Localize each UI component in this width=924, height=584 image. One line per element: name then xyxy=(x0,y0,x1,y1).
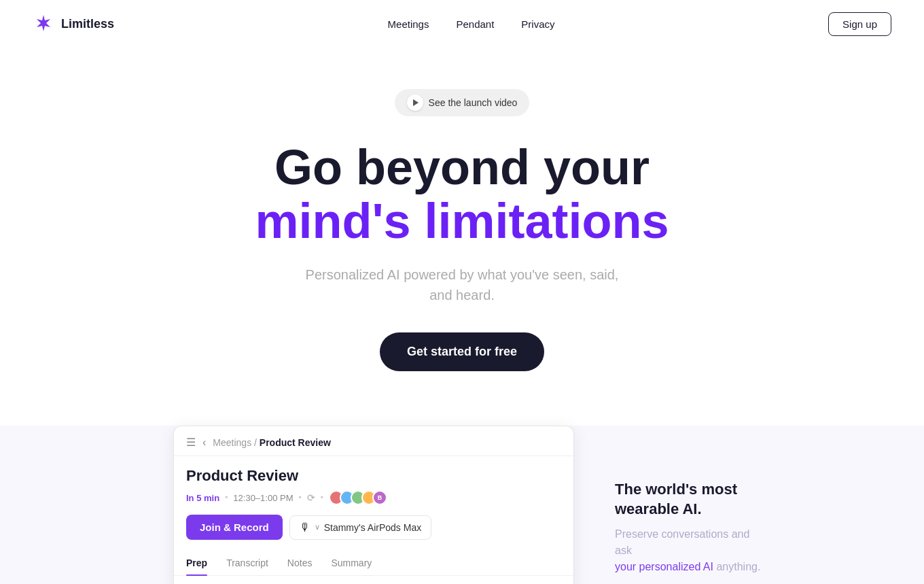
signup-button[interactable]: Sign up xyxy=(828,12,891,36)
play-icon xyxy=(407,95,423,111)
nav-link-privacy[interactable]: Privacy xyxy=(521,18,554,30)
app-window: ☰ ‹ Meetings / Product Review Product Re… xyxy=(173,426,574,584)
meta-dot-2: • xyxy=(299,493,302,502)
app-actions: Join & Record 🎙 ∨ Stammy's AirPods Max xyxy=(174,515,573,551)
time-range: 12:30–1:00 PM xyxy=(233,493,293,503)
hero-title-line1: Go beyond your xyxy=(255,141,669,194)
breadcrumb-base: Meetings / xyxy=(213,437,257,448)
meeting-meta: In 5 min • 12:30–1:00 PM • ⟳ • B xyxy=(174,490,573,515)
side-text-sub-end: anything. xyxy=(716,561,760,572)
avatar-group: B xyxy=(329,490,387,505)
logo-link[interactable]: Limitless xyxy=(33,14,114,35)
hero-subtitle: Personalized AI powered by what you've s… xyxy=(299,264,625,305)
breadcrumb: Meetings / Product Review xyxy=(213,437,331,448)
preview-text: The world's most wearable AI. Preserve c… xyxy=(574,426,805,584)
hero-section: See the launch video Go beyond your mind… xyxy=(0,48,924,426)
tab-summary[interactable]: Summary xyxy=(331,551,372,575)
hamburger-icon[interactable]: ☰ xyxy=(186,436,196,449)
cta-button[interactable]: Get started for free xyxy=(380,332,544,371)
hero-title: Go beyond your mind's limitations xyxy=(255,141,669,248)
launch-video-label: See the launch video xyxy=(429,97,518,108)
app-tabs: Prep Transcript Notes Summary xyxy=(174,551,573,576)
launch-video-button[interactable]: See the launch video xyxy=(395,89,530,116)
meeting-title: Product Review xyxy=(174,456,573,490)
play-triangle xyxy=(413,99,419,106)
time-badge: In 5 min xyxy=(186,493,219,503)
mic-icon: 🎙 xyxy=(300,521,310,534)
mic-label: Stammy's AirPods Max xyxy=(324,522,422,533)
side-text-highlight: your personalized AI xyxy=(615,561,713,572)
tab-notes[interactable]: Notes xyxy=(287,551,313,575)
join-record-button[interactable]: Join & Record xyxy=(186,515,283,540)
agenda-section: Agenda xyxy=(174,576,573,584)
side-text-sub-part2: your personalized AI anything. xyxy=(615,561,760,572)
refresh-icon[interactable]: ⟳ xyxy=(307,492,315,503)
preview-text-main: The world's most wearable AI. xyxy=(615,480,764,519)
tab-prep[interactable]: Prep xyxy=(186,551,207,575)
meta-dot-1: • xyxy=(225,493,228,502)
avatar-5: B xyxy=(372,490,387,505)
side-text-sub-part1: Preserve conversations and ask xyxy=(615,528,749,556)
nav-links: Meetings Pendant Privacy xyxy=(388,18,555,31)
meta-dot-3: • xyxy=(321,493,323,502)
nav-link-meetings[interactable]: Meetings xyxy=(388,18,429,30)
hero-title-line2: mind's limitations xyxy=(255,194,669,248)
logo-text: Limitless xyxy=(61,17,114,31)
chevron-down-icon: ∨ xyxy=(315,523,320,532)
nav-link-pendant[interactable]: Pendant xyxy=(456,18,494,30)
preview-text-sub: Preserve conversations and ask your pers… xyxy=(615,526,764,575)
preview-section: ☰ ‹ Meetings / Product Review Product Re… xyxy=(0,426,924,584)
navbar: Limitless Meetings Pendant Privacy Sign … xyxy=(0,0,924,48)
back-icon[interactable]: ‹ xyxy=(202,436,206,449)
logo-icon xyxy=(33,14,54,35)
tab-transcript[interactable]: Transcript xyxy=(226,551,268,575)
app-topbar: ☰ ‹ Meetings / Product Review xyxy=(174,426,573,456)
mic-selector[interactable]: 🎙 ∨ Stammy's AirPods Max xyxy=(289,515,432,540)
breadcrumb-current: Product Review xyxy=(260,437,331,448)
